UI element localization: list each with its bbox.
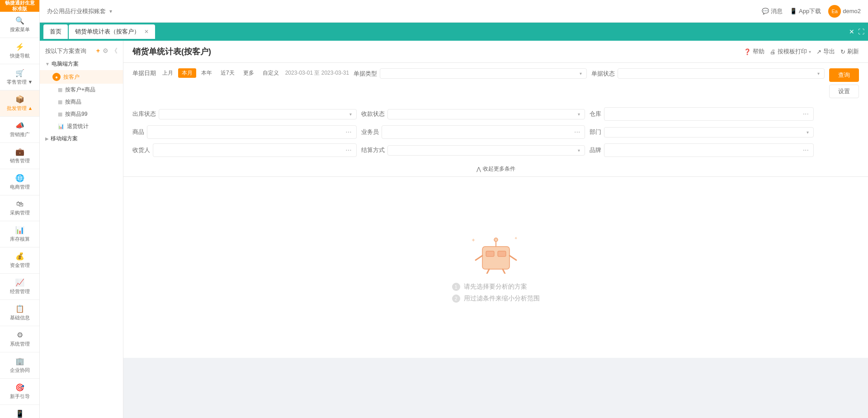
panel-item-by-customer-label: 按客户 [63, 73, 80, 81]
panel-item-customer-goods[interactable]: ▦ 按客户+商品 [40, 84, 123, 96]
sales-icon: 💼 [15, 147, 24, 156]
tab-sales-stats-label: 销货单统计表（按客户） [75, 28, 140, 36]
sidebar-item-newbie[interactable]: 🎯新手引导 [0, 379, 39, 405]
department-select[interactable]: ▾ [604, 127, 814, 138]
collapse-btn[interactable]: ⋀ 收起更多条件 [476, 165, 515, 173]
tab-sales-stats[interactable]: 销货单统计表（按客户） ✕ [69, 24, 155, 39]
logo-text: 畅捷通好生意 标准版 [5, 0, 35, 12]
empty-hints: 1 请先选择要分析的方案 2 用过滤条件来缩小分析范围 [452, 283, 540, 306]
sidebar-item-quick-nav[interactable]: ⚡快捷导航 [0, 38, 39, 64]
warehouse-select[interactable]: ··· [604, 107, 814, 121]
goods-select[interactable]: ··· [147, 125, 357, 139]
payment-status-arrow: ▾ [578, 112, 580, 117]
customer-goods-icon: ▦ [58, 87, 62, 93]
bill-type-select[interactable]: ▾ [380, 68, 587, 79]
setting-btn[interactable]: 设置 [829, 85, 859, 98]
page-content: 按以下方案查询 + ⚙ 《 ▼ 电脑端方案 ● 按客户 [40, 41, 868, 418]
salesperson-dots[interactable]: ··· [574, 128, 580, 136]
sidebar-item-enterprise[interactable]: 🏢企业协同 [0, 352, 39, 379]
svg-text:✦: ✦ [514, 236, 518, 241]
panel-item-by-goods-99[interactable]: ▦ 按商品99 [40, 108, 123, 120]
refresh-label: 刷新 [847, 48, 859, 56]
tab-home-label: 首页 [50, 28, 61, 36]
sidebar-item-wholesale[interactable]: 📦批发管理 ▲ [0, 90, 39, 117]
sidebar-item-retail[interactable]: 🛒零售管理 ▼ [0, 64, 39, 90]
message-label: 消息 [771, 7, 783, 15]
finance-icon: 💰 [15, 252, 24, 261]
panel-collapse-icon[interactable]: 《 [111, 47, 118, 55]
content-header: 销货单统计表(按客户) ❓ 帮助 🖨 按模板打印 ▾ ↗ 导出 [123, 41, 868, 63]
section-mobile-label: 移动端方案 [51, 135, 78, 142]
query-btn[interactable]: 查询 [829, 68, 859, 82]
salesperson-select[interactable]: ··· [382, 125, 585, 139]
user-area[interactable]: Ea demo2 [828, 5, 861, 18]
recipient-dots[interactable]: ··· [345, 146, 351, 154]
sidebar-item-finance[interactable]: 💰资金管理 [0, 247, 39, 274]
panel-settings-icon[interactable]: ⚙ [103, 47, 108, 55]
sidebar-label-sales: 销售管理 [10, 157, 30, 164]
payment-status-select[interactable]: ▾ [387, 109, 585, 119]
panel-item-return-stats[interactable]: 📊 退货统计 [40, 120, 123, 133]
date-btn-custom[interactable]: 自定义 [259, 68, 283, 78]
export-btn[interactable]: ↗ 导出 [816, 48, 835, 56]
sidebar-item-system[interactable]: ⚙系统管理 [0, 326, 39, 352]
sidebar-item-operation[interactable]: 📈经营管理 [0, 274, 39, 300]
date-btn-this-month[interactable]: 本月 [178, 68, 196, 78]
tab-close-window-icon[interactable]: ✕ [849, 28, 854, 35]
panel-title: 按以下方案查询 [45, 47, 86, 55]
tab-home[interactable]: 首页 [43, 24, 68, 39]
warehouse-dots[interactable]: ··· [803, 110, 809, 118]
active-indicator: ● [52, 73, 61, 81]
sidebar-label-inventory: 库存核算 [10, 236, 30, 242]
sidebar-item-basic[interactable]: 📋基础信息 [0, 300, 39, 326]
industry-dropdown-arrow[interactable]: ▾ [109, 8, 112, 14]
retail-icon: 🛒 [15, 69, 24, 77]
header-left: 办公用品行业模拟账套 ▾ [47, 7, 112, 15]
panel-add-icon[interactable]: + [96, 47, 100, 55]
sidebar-label-purchase: 采购管理 [10, 209, 30, 216]
settlement-select[interactable]: ▾ [387, 145, 585, 156]
warehouse-label: 仓库 [590, 110, 601, 118]
sidebar-item-sales[interactable]: 💼销售管理 [0, 143, 39, 169]
date-btn-this-year[interactable]: 本年 [198, 68, 216, 78]
tab-actions: ✕ ⛶ [849, 28, 864, 35]
sidebar-item-search[interactable]: 🔍搜索菜单 [0, 12, 39, 38]
sidebar-item-purchase[interactable]: 🛍采购管理 [0, 195, 39, 221]
sidebar-item-inventory[interactable]: 📊库存核算 [0, 221, 39, 247]
message-btn[interactable]: 💬 消息 [762, 7, 783, 15]
app-download-btn[interactable]: 📱 App下载 [790, 7, 821, 15]
wholesale-icon: 📦 [15, 95, 24, 104]
date-label: 单据日期 [132, 69, 156, 77]
sidebar-item-ecommerce[interactable]: 🌐电商管理 [0, 169, 39, 195]
svg-rect-1 [486, 251, 494, 256]
panel-item-by-goods[interactable]: ▦ 按商品 [40, 96, 123, 108]
apps-icon: 📱 [15, 409, 24, 418]
header-right: 💬 消息 📱 App下载 Ea demo2 [762, 5, 861, 18]
outbound-status-select[interactable]: ▾ [159, 109, 357, 119]
sidebar-item-apps[interactable]: 📱应用中心 [0, 405, 39, 418]
bill-status-select[interactable]: ▾ [618, 68, 825, 79]
date-btn-7days[interactable]: 近7天 [217, 68, 238, 78]
panel-section-desktop-header[interactable]: ▼ 电脑端方案 [40, 58, 123, 70]
print-arrow: ▾ [809, 49, 811, 54]
left-panel: 按以下方案查询 + ⚙ 《 ▼ 电脑端方案 ● 按客户 [40, 41, 123, 418]
brand-select[interactable]: ··· [604, 143, 814, 157]
sidebar-item-marketing[interactable]: 📣营销推广 [0, 117, 39, 143]
print-btn[interactable]: 🖨 按模板打印 ▾ [770, 48, 811, 56]
print-icon: 🖨 [770, 48, 776, 55]
help-btn[interactable]: ❓ 帮助 [744, 48, 764, 56]
panel-section-mobile: ▶ 移动端方案 [40, 133, 123, 145]
date-btn-prev-month[interactable]: 上月 [159, 68, 177, 78]
panel-item-by-customer[interactable]: ● 按客户 [40, 70, 123, 84]
operation-icon: 📈 [15, 278, 24, 287]
date-btn-more[interactable]: 更多 [240, 68, 258, 78]
brand-dots[interactable]: ··· [803, 146, 809, 154]
recipient-select[interactable]: ··· [153, 143, 357, 157]
section-desktop-label: 电脑端方案 [52, 60, 79, 68]
tab-close-icon[interactable]: ✕ [144, 28, 149, 35]
goods-dots[interactable]: ··· [345, 128, 351, 136]
refresh-btn[interactable]: ↻ 刷新 [840, 48, 859, 56]
panel-section-mobile-header[interactable]: ▶ 移动端方案 [40, 133, 123, 145]
collapse-label: 收起更多条件 [483, 165, 515, 173]
tab-maximize-icon[interactable]: ⛶ [858, 28, 864, 35]
